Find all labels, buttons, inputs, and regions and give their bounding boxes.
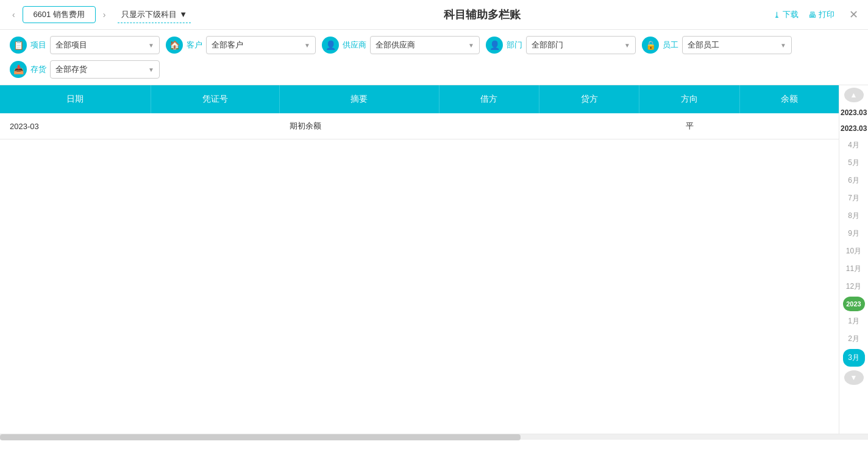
stock-label: 存货 [30, 64, 46, 75]
month-item-2[interactable]: 2月 [839, 330, 868, 348]
employee-label: 员工 [663, 40, 678, 51]
supplier-label: 供应商 [343, 40, 366, 51]
month-item-1[interactable]: 1月 [839, 312, 868, 330]
customer-select[interactable]: 全部客户 ▼ [206, 36, 316, 54]
download-icon: ⤓ [774, 10, 780, 19]
employee-icon: 🔒 [642, 37, 659, 54]
cell-debit [439, 113, 539, 139]
customer-dropdown-icon: ▼ [304, 42, 310, 49]
project-dropdown-icon: ▼ [148, 42, 154, 49]
next-arrow[interactable]: › [101, 9, 108, 21]
project-icon: 📋 [10, 37, 27, 54]
department-value: 全部部门 [532, 40, 563, 51]
filter-group-supplier: 👤 供应商 全部供应商 ▼ [322, 36, 480, 54]
cell-summary: 期初余额 [280, 113, 439, 139]
table-wrapper: 日期 凭证号 摘要 借方 贷方 方向 余额 2023-03 期初余额 平 [0, 85, 839, 434]
top-actions: ⤓ 下载 🖶 打印 ✕ [774, 8, 858, 21]
filter-group-customer: 🏠 客户 全部客户 ▼ [166, 36, 316, 54]
month-item-11[interactable]: 11月 [839, 260, 868, 278]
month-item-3-active[interactable]: 3月 [843, 349, 865, 367]
filter-area: 📋 项目 全部项目 ▼ 🏠 客户 全部客户 ▼ 👤 供应商 全部供应商 ▼ 👤 … [0, 30, 868, 85]
cell-date: 2023-03 [0, 113, 151, 139]
month-item-4[interactable]: 4月 [839, 136, 868, 154]
download-button[interactable]: ⤓ 下载 [774, 9, 799, 20]
print-button[interactable]: 🖶 打印 [808, 9, 834, 20]
month-panel-down-arrow[interactable]: ▼ [844, 370, 864, 385]
project-select[interactable]: 全部项目 ▼ [50, 36, 160, 54]
filter-group-project: 📋 项目 全部项目 ▼ [10, 36, 160, 54]
department-icon: 👤 [486, 37, 503, 54]
supplier-icon: 👤 [322, 37, 339, 54]
month-panel-up-arrow[interactable]: ▲ [844, 88, 864, 102]
table-header-row: 日期 凭证号 摘要 借方 贷方 方向 余额 [0, 85, 839, 113]
supplier-dropdown-icon: ▼ [468, 42, 474, 49]
supplier-value: 全部供应商 [375, 40, 415, 51]
print-icon: 🖶 [808, 10, 816, 19]
print-label: 打印 [819, 9, 834, 20]
month-item-10[interactable]: 10月 [839, 242, 868, 260]
stock-icon: 📥 [10, 61, 27, 78]
ledger-table: 日期 凭证号 摘要 借方 贷方 方向 余额 2023-03 期初余额 平 [0, 85, 839, 139]
month-item-6[interactable]: 6月 [839, 172, 868, 189]
stock-value: 全部存货 [55, 64, 87, 75]
cell-credit [539, 113, 639, 139]
page-title: 科目辅助多栏账 [196, 7, 769, 22]
chevron-down-icon: ▼ [179, 10, 187, 19]
month-item-7[interactable]: 7月 [839, 189, 868, 207]
table-row: 2023-03 期初余额 平 [0, 113, 839, 139]
top-bar: ‹ 6601 销售费用 › 只显示下级科目 ▼ 科目辅助多栏账 ⤓ 下载 🖶 打… [0, 0, 868, 30]
show-sub-label: 只显示下级科目 [121, 9, 177, 20]
col-voucher: 凭证号 [151, 85, 279, 113]
customer-value: 全部客户 [212, 40, 243, 51]
bottom-scrollbar[interactable] [0, 434, 868, 440]
supplier-select[interactable]: 全部供应商 ▼ [370, 36, 480, 54]
cell-balance [739, 113, 839, 139]
department-dropdown-icon: ▼ [624, 42, 630, 49]
month-item-8[interactable]: 8月 [839, 207, 868, 225]
scrollbar-thumb [0, 434, 521, 440]
filter-group-employee: 🔒 员工 全部员工 ▼ [642, 36, 792, 54]
customer-label: 客户 [187, 40, 202, 51]
month-panel: ▲ 2023.03 2023.03 4月 5月 6月 7月 8月 9月 10月 … [839, 85, 868, 434]
project-label: 项目 [30, 40, 46, 51]
col-balance: 余额 [739, 85, 839, 113]
department-label: 部门 [507, 40, 522, 51]
account-code: 6601 销售费用 [23, 6, 96, 23]
stock-dropdown-icon: ▼ [148, 66, 154, 73]
employee-value: 全部员工 [688, 40, 719, 51]
month-item-9[interactable]: 9月 [839, 225, 868, 242]
employee-dropdown-icon: ▼ [780, 42, 786, 49]
month-item-2023-03[interactable]: 2023.03 [839, 121, 868, 136]
col-summary: 摘要 [280, 85, 439, 113]
year-badge-2023[interactable]: 2023 [843, 297, 865, 311]
filter-group-department: 👤 部门 全部部门 ▼ [486, 36, 636, 54]
col-direction: 方向 [639, 85, 739, 113]
project-value: 全部项目 [55, 40, 87, 51]
cell-direction: 平 [639, 113, 739, 139]
stock-select[interactable]: 全部存货 ▼ [50, 60, 160, 79]
col-debit: 借方 [439, 85, 539, 113]
download-label: 下载 [783, 9, 799, 20]
filter-group-stock: 📥 存货 全部存货 ▼ [10, 60, 160, 79]
month-item-12[interactable]: 12月 [839, 278, 868, 295]
month-item-5[interactable]: 5月 [839, 154, 868, 172]
col-date: 日期 [0, 85, 151, 113]
cell-voucher [151, 113, 279, 139]
show-sub-button[interactable]: 只显示下级科目 ▼ [118, 7, 191, 23]
customer-icon: 🏠 [166, 37, 183, 54]
prev-arrow[interactable]: ‹ [10, 9, 18, 21]
employee-select[interactable]: 全部员工 ▼ [682, 36, 792, 54]
month-item-2023-03-selected[interactable]: 2023.03 [839, 105, 868, 121]
close-button[interactable]: ✕ [849, 8, 858, 21]
col-credit: 贷方 [539, 85, 639, 113]
department-select[interactable]: 全部部门 ▼ [526, 36, 636, 54]
main-content: 日期 凭证号 摘要 借方 贷方 方向 余额 2023-03 期初余额 平 [0, 85, 868, 434]
